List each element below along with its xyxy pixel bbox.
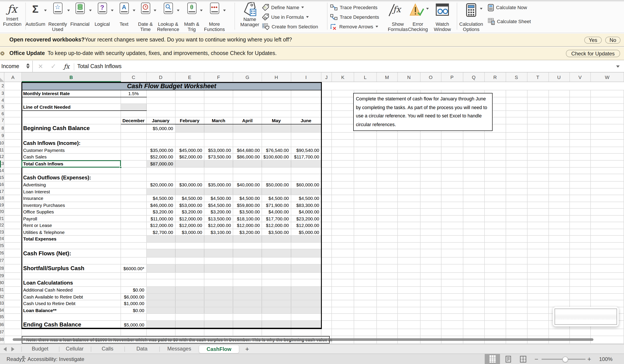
cell-R21[interactable]: [485, 215, 506, 222]
cell-H11[interactable]: $76,540.00: [262, 147, 291, 153]
cell-M29[interactable]: [377, 272, 398, 279]
cell-D31[interactable]: [147, 287, 175, 293]
cell-S26[interactable]: [506, 249, 527, 257]
cell-I26[interactable]: [291, 249, 321, 257]
cell-W20[interactable]: [591, 209, 624, 215]
cell-S4[interactable]: [506, 97, 527, 103]
cell-P22[interactable]: [441, 222, 463, 228]
cell-B28[interactable]: Shortfall/Surplus Cash: [22, 264, 121, 272]
cell-W37[interactable]: [591, 329, 624, 336]
cell-C3[interactable]: 1.5%: [121, 90, 147, 97]
cell-V19[interactable]: [570, 202, 591, 208]
cell-E18[interactable]: $4,500.00: [175, 195, 204, 201]
cell-V21[interactable]: [570, 215, 591, 222]
cell-I16[interactable]: $60,000.00: [291, 182, 321, 188]
cell-T29[interactable]: [527, 272, 549, 279]
cell-I27[interactable]: [291, 258, 321, 264]
cell-L13[interactable]: [354, 160, 377, 167]
cell-L31[interactable]: [354, 287, 377, 293]
cell-S19[interactable]: [506, 202, 527, 208]
cell-S32[interactable]: [506, 293, 527, 300]
cell-J21[interactable]: [321, 215, 332, 222]
cell-S36[interactable]: [506, 321, 527, 328]
cell-R27[interactable]: [485, 258, 506, 264]
name-box[interactable]: Income: [1, 60, 19, 72]
cell-N17[interactable]: [398, 188, 420, 195]
cell-F19[interactable]: $54,500.00: [204, 202, 233, 208]
cell-D20[interactable]: $3,200.00: [147, 209, 175, 215]
cell-P18[interactable]: [441, 195, 463, 201]
cell-H30[interactable]: [262, 279, 291, 286]
cell-C28[interactable]: $6000.00*: [121, 264, 147, 272]
cell-T33[interactable]: [527, 300, 549, 307]
cell-W31[interactable]: [591, 287, 624, 293]
cell-M12[interactable]: [377, 154, 398, 160]
cell-L9[interactable]: [354, 133, 377, 139]
cell-V33[interactable]: [570, 300, 591, 307]
cell-N28[interactable]: [398, 264, 420, 272]
cell-P29[interactable]: [441, 272, 463, 279]
cell-W3[interactable]: [591, 90, 624, 97]
cell-U26[interactable]: [549, 249, 570, 257]
cell-G14[interactable]: [233, 167, 262, 174]
cell-G9[interactable]: [233, 133, 262, 139]
cell-R36[interactable]: [485, 321, 506, 328]
cell-U17[interactable]: [549, 188, 570, 195]
cell-S14[interactable]: [506, 167, 527, 174]
cell-O21[interactable]: [420, 215, 441, 222]
cell-T28[interactable]: [527, 264, 549, 272]
cell-I32[interactable]: [291, 293, 321, 300]
cell-S18[interactable]: [506, 195, 527, 201]
cell-D30[interactable]: [147, 279, 175, 286]
cell-K6[interactable]: [332, 111, 354, 117]
cell-C27[interactable]: [121, 258, 147, 264]
cell-P19[interactable]: [441, 202, 463, 208]
cell-R22[interactable]: [485, 222, 506, 228]
close-icon[interactable]: ✕: [0, 51, 4, 55]
cell-R33[interactable]: [485, 300, 506, 307]
cell-I22[interactable]: $12,000.00: [291, 222, 321, 228]
cell-O17[interactable]: [420, 188, 441, 195]
cell-I9[interactable]: [291, 133, 321, 139]
cell-E31[interactable]: [175, 287, 204, 293]
cell-Q12[interactable]: [463, 154, 485, 160]
cell-J9[interactable]: [321, 133, 332, 139]
cell-K14[interactable]: [332, 167, 354, 174]
cell-J15[interactable]: [321, 174, 332, 181]
cell-A14[interactable]: [4, 167, 22, 174]
column-header-S[interactable]: S: [506, 73, 527, 82]
cell-L30[interactable]: [354, 279, 377, 286]
normal-view-button[interactable]: [485, 354, 500, 364]
cell-A12[interactable]: [4, 154, 22, 160]
cell-P26[interactable]: [441, 249, 463, 257]
cell-C25[interactable]: [121, 243, 147, 249]
cell-S12[interactable]: [506, 154, 527, 160]
remove-arrows-button[interactable]: Remove Arrows: [330, 23, 378, 30]
cell-S29[interactable]: [506, 272, 527, 279]
cell-H17[interactable]: [262, 188, 291, 195]
cell-V24[interactable]: [570, 236, 591, 242]
cell-R35[interactable]: [485, 314, 506, 320]
chevron-down-icon[interactable]: [177, 10, 180, 11]
cell-E37[interactable]: [175, 329, 204, 336]
cell-P27[interactable]: [441, 258, 463, 264]
cell-O32[interactable]: [420, 293, 441, 300]
cell-A27[interactable]: [4, 258, 22, 264]
cell-H25[interactable]: [262, 243, 291, 249]
cell-H24[interactable]: [262, 236, 291, 242]
more-functions-button[interactable]: ••• More Functions: [201, 3, 228, 14]
cell-U6[interactable]: [549, 111, 570, 117]
cell-L12[interactable]: [354, 154, 377, 160]
cell-A26[interactable]: [4, 249, 22, 257]
cell-M28[interactable]: [377, 264, 398, 272]
cell-R16[interactable]: [485, 182, 506, 188]
cell-J3[interactable]: [321, 90, 332, 97]
cell-S35[interactable]: [506, 314, 527, 320]
chevron-down-icon[interactable]: [480, 8, 483, 10]
cell-H13[interactable]: [262, 160, 291, 167]
cell-E7[interactable]: February: [175, 117, 204, 124]
cell-I7[interactable]: June: [291, 117, 321, 124]
cell-F16[interactable]: $35,000.00: [204, 182, 233, 188]
cell-K30[interactable]: [332, 279, 354, 286]
cell-C9[interactable]: [121, 133, 147, 139]
